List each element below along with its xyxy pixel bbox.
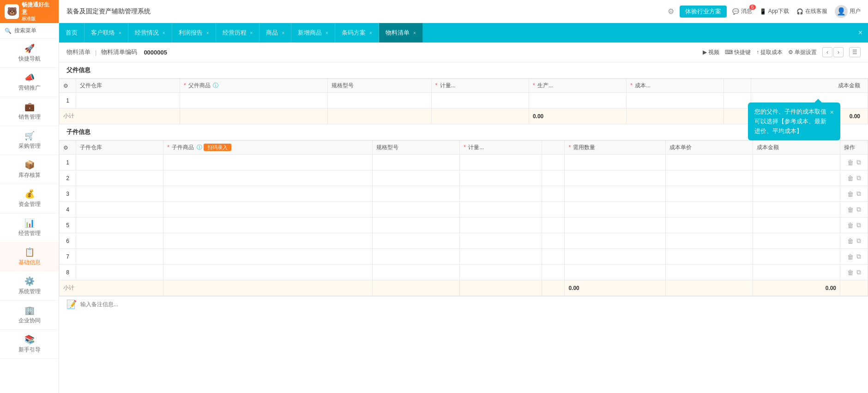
- sidebar-item-operation[interactable]: 📊 经营管理: [0, 213, 59, 242]
- sidebar-item-finance[interactable]: 💰 资金管理: [0, 184, 59, 213]
- delete-row-button[interactable]: 🗑: [847, 190, 854, 198]
- message-action[interactable]: 💬 消息 6: [732, 7, 752, 15]
- child-spec-cell[interactable]: [373, 233, 460, 249]
- child-warehouse-cell[interactable]: [76, 186, 163, 202]
- copy-row-button[interactable]: ⧉: [856, 253, 861, 260]
- tab-history[interactable]: 经营历程 ×: [216, 23, 260, 42]
- delete-row-button[interactable]: 🗑: [847, 159, 854, 166]
- tab-new-products[interactable]: 新增商品 ×: [291, 23, 335, 42]
- child-warehouse-cell[interactable]: [76, 155, 163, 170]
- sidebar-item-system[interactable]: ⚙️ 系统管理: [0, 272, 59, 301]
- child-product-cell[interactable]: [163, 218, 373, 233]
- copy-row-button[interactable]: ⧉: [856, 206, 861, 213]
- delete-row-button[interactable]: 🗑: [847, 237, 854, 245]
- tab-barcode[interactable]: 条码方案 ×: [335, 23, 379, 42]
- child-unit-cell[interactable]: [460, 186, 542, 202]
- child-unit-cost-cell[interactable]: [665, 170, 753, 186]
- copy-row-button[interactable]: ⧉: [856, 221, 861, 229]
- tabs-close-all[interactable]: ×: [853, 29, 868, 37]
- tab-profit-close[interactable]: ×: [206, 30, 209, 36]
- sidebar-item-basic-info[interactable]: 📋 基础信息: [0, 242, 59, 272]
- parent-unit-cell[interactable]: [431, 93, 529, 109]
- child-spec-cell[interactable]: [373, 186, 460, 202]
- tab-profit[interactable]: 利润报告 ×: [172, 23, 216, 42]
- tab-history-close[interactable]: ×: [250, 30, 253, 36]
- child-qty-cell[interactable]: [565, 186, 665, 202]
- child-product-cell[interactable]: [163, 265, 373, 280]
- parent-production-cell[interactable]: [529, 93, 626, 109]
- delete-row-button[interactable]: 🗑: [847, 269, 854, 276]
- tab-operations[interactable]: 经营情况 ×: [128, 23, 172, 42]
- child-qty-cell[interactable]: [565, 218, 665, 233]
- note-input[interactable]: [80, 301, 861, 308]
- breadcrumb-base[interactable]: 物料清单: [66, 48, 90, 56]
- child-spec-cell[interactable]: [373, 170, 460, 186]
- copy-row-button[interactable]: ⧉: [856, 190, 861, 198]
- child-unit-cell[interactable]: [460, 202, 542, 218]
- shortcut-action[interactable]: ⌨ 快捷键: [725, 48, 751, 56]
- tab-products-close[interactable]: ×: [282, 30, 284, 36]
- child-product-cell[interactable]: [163, 155, 373, 170]
- tab-products[interactable]: 商品 ×: [259, 23, 291, 42]
- sidebar-item-enterprise[interactable]: 🏢 企业协同: [0, 301, 59, 330]
- delete-row-button[interactable]: 🗑: [847, 253, 854, 260]
- child-unit-cell[interactable]: [460, 155, 542, 170]
- child-unit-cost-cell[interactable]: [665, 249, 753, 265]
- next-record-button[interactable]: ›: [833, 47, 844, 57]
- child-qty-cell[interactable]: [565, 155, 665, 170]
- child-unit-cell[interactable]: [460, 233, 542, 249]
- child-qty-cell[interactable]: [565, 249, 665, 265]
- tab-operations-close[interactable]: ×: [163, 30, 165, 36]
- scan-input-button[interactable]: 扫码录入: [204, 144, 231, 151]
- copy-row-button[interactable]: ⧉: [856, 174, 861, 182]
- tab-home[interactable]: 首页: [59, 23, 84, 42]
- child-spec-cell[interactable]: [373, 155, 460, 170]
- tab-customers-close[interactable]: ×: [119, 30, 121, 36]
- sidebar-item-sales[interactable]: 💼 销售管理: [0, 97, 59, 126]
- child-unit-cost-cell[interactable]: [665, 186, 753, 202]
- child-unit-cell[interactable]: [460, 218, 542, 233]
- sidebar-item-marketing[interactable]: 📣 营销推广: [0, 68, 59, 97]
- search-menu[interactable]: 🔍 搜索菜单: [0, 23, 59, 39]
- child-product-cell[interactable]: [163, 170, 373, 186]
- child-warehouse-cell[interactable]: [76, 170, 163, 186]
- tab-barcode-close[interactable]: ×: [369, 30, 372, 36]
- child-unit-cost-cell[interactable]: [665, 233, 753, 249]
- delete-row-button[interactable]: 🗑: [847, 206, 854, 213]
- child-qty-cell[interactable]: [565, 265, 665, 280]
- tab-customers[interactable]: 客户联络 ×: [84, 23, 128, 42]
- child-warehouse-cell[interactable]: [76, 202, 163, 218]
- child-warehouse-cell[interactable]: [76, 233, 163, 249]
- child-unit-cost-cell[interactable]: [665, 202, 753, 218]
- tab-new-products-close[interactable]: ×: [326, 30, 328, 36]
- copy-row-button[interactable]: ⧉: [856, 158, 861, 166]
- copy-row-button[interactable]: ⧉: [856, 237, 861, 245]
- child-unit-cost-cell[interactable]: [665, 265, 753, 280]
- sidebar-item-guide[interactable]: 📚 新手引导: [0, 330, 59, 359]
- parent-spec-cell[interactable]: [327, 93, 431, 109]
- child-spec-cell[interactable]: [373, 249, 460, 265]
- child-warehouse-cell[interactable]: [76, 218, 163, 233]
- menu-button[interactable]: ☰: [849, 47, 861, 57]
- child-warehouse-cell[interactable]: [76, 249, 163, 265]
- parent-warehouse-cell[interactable]: [76, 93, 180, 109]
- child-th-gear[interactable]: ⚙: [60, 141, 76, 155]
- single-setup-action[interactable]: ⚙ 单据设置: [788, 48, 817, 56]
- child-unit-cost-cell[interactable]: [665, 218, 753, 233]
- settings-gear-icon[interactable]: ⚙: [668, 7, 674, 16]
- child-product-cell[interactable]: [163, 186, 373, 202]
- child-unit-cost-cell[interactable]: [665, 155, 753, 170]
- tab-bom[interactable]: 物料清单 ×: [379, 23, 423, 42]
- child-qty-cell[interactable]: [565, 233, 665, 249]
- parent-cost-cell[interactable]: [627, 93, 724, 109]
- child-warehouse-cell[interactable]: [76, 265, 163, 280]
- copy-row-button[interactable]: ⧉: [856, 268, 861, 276]
- child-qty-cell[interactable]: [565, 202, 665, 218]
- parent-product-cell[interactable]: [180, 93, 327, 109]
- tab-bom-close[interactable]: ×: [413, 30, 416, 36]
- sidebar-item-purchase[interactable]: 🛒 采购管理: [0, 126, 59, 155]
- child-product-cell[interactable]: [163, 233, 373, 249]
- child-qty-cell[interactable]: [565, 170, 665, 186]
- sidebar-item-inventory[interactable]: 📦 库存核算: [0, 155, 59, 184]
- child-product-cell[interactable]: [163, 249, 373, 265]
